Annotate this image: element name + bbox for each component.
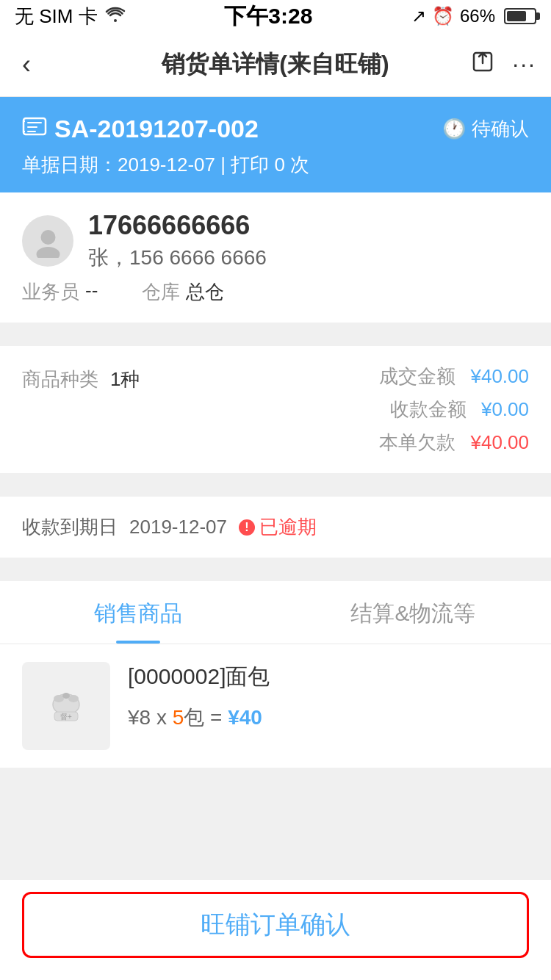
customer-phone: 17666666666 <box>88 210 267 241</box>
avatar <box>22 215 73 267</box>
overdue-badge: ! 已逾期 <box>239 514 317 540</box>
nav-bar: ‹ 销货单详情(来自旺铺) ··· <box>0 32 551 97</box>
customer-section: 17666666666 张，156 6666 6666 业务员 -- 仓库 总仓 <box>0 192 551 323</box>
overdue-text: 已逾期 <box>259 514 317 540</box>
status-text: 待确认 <box>472 116 529 142</box>
due-date: 2019-12-07 <box>129 516 227 538</box>
amount-value-0: ¥40.00 <box>470 365 529 388</box>
svg-point-5 <box>54 695 64 702</box>
status-right: ↗ ⏰ 66% <box>411 6 536 26</box>
sales-item: 业务员 -- <box>22 279 98 305</box>
product-name: [0000002]面包 <box>128 662 529 692</box>
customer-row: 17666666666 张，156 6666 6666 <box>22 210 529 272</box>
product-qty: 5 <box>173 706 184 729</box>
product-type: 商品种类 1种 <box>22 364 140 392</box>
product-unit: 包 <box>184 706 204 729</box>
due-label: 收款到期日 <box>22 514 118 540</box>
order-header: SA-20191207-002 🕐 待确认 单据日期：2019-12-07 | … <box>0 97 551 192</box>
amount-row-1: 收款金额 ¥0.00 <box>390 397 529 422</box>
product-section: 督+ [0000002]面包 ¥8 x 5包 = ¥40 <box>0 644 551 768</box>
amount-value-2: ¥40.00 <box>470 431 529 454</box>
amount-row-2: 本单欠款 ¥40.00 <box>379 430 529 455</box>
svg-point-6 <box>68 695 79 702</box>
svg-point-2 <box>40 230 55 245</box>
amount-value-1: ¥0.00 <box>481 398 529 421</box>
amount-row-0: 成交金额 ¥40.00 <box>379 364 529 389</box>
due-section: 收款到期日 2019-12-07 ! 已逾期 <box>0 497 551 558</box>
product-title: 面包 <box>226 664 270 688</box>
sales-label: 业务员 <box>22 279 79 305</box>
carrier-text: 无 SIM 卡 <box>15 4 98 29</box>
order-id-text: SA-20191207-002 <box>54 115 259 143</box>
alarm-icon: ⏰ <box>432 6 454 26</box>
status-bar: 无 SIM 卡 下午3:28 ↗ ⏰ 66% <box>0 0 551 32</box>
wifi-icon <box>105 5 126 28</box>
confirm-order-button[interactable]: 旺铺订单确认 <box>22 892 529 958</box>
status-time: 下午3:28 <box>224 1 312 32</box>
order-status: 🕐 待确认 <box>442 116 529 142</box>
svg-point-3 <box>36 247 60 258</box>
product-total: ¥40 <box>228 706 262 729</box>
divider-2 <box>0 485 551 497</box>
tab-sales-products[interactable]: 销售商品 <box>0 581 276 644</box>
customer-name: 张，156 6666 6666 <box>88 244 267 272</box>
svg-point-7 <box>62 693 70 699</box>
battery-percent: 66% <box>460 6 495 26</box>
tab-settlement-label: 结算&物流等 <box>350 601 475 625</box>
customer-info: 17666666666 张，156 6666 6666 <box>88 210 267 272</box>
product-price: ¥8 x 5包 = ¥40 <box>128 704 529 732</box>
product-code: [0000002] <box>128 664 226 688</box>
tabs-row: 销售商品 结算&物流等 <box>0 581 551 644</box>
share-button[interactable] <box>471 50 494 79</box>
more-button[interactable]: ··· <box>512 51 536 78</box>
equals-sign: = <box>204 706 228 729</box>
order-date-line: 单据日期：2019-12-07 | 打印 0 次 <box>22 152 529 178</box>
bottom-bar: 旺铺订单确认 <box>0 880 551 980</box>
divider-1 <box>0 334 551 346</box>
tabs-section: 销售商品 结算&物流等 <box>0 581 551 644</box>
nav-actions: ··· <box>471 50 536 79</box>
tab-settlement[interactable]: 结算&物流等 <box>276 581 551 644</box>
type-label: 商品种类 <box>22 367 98 392</box>
tab-sales-label: 销售商品 <box>94 601 182 625</box>
warehouse-label: 仓库 <box>142 279 180 305</box>
amount-label-1: 收款金额 <box>390 397 467 422</box>
order-icon <box>22 115 47 143</box>
warehouse-item: 仓库 总仓 <box>142 279 224 305</box>
amounts: 成交金额 ¥40.00 收款金额 ¥0.00 本单欠款 ¥40.00 <box>379 364 529 455</box>
battery-icon <box>504 8 536 24</box>
order-id: SA-20191207-002 <box>22 115 259 143</box>
order-id-row: SA-20191207-002 🕐 待确认 <box>22 115 529 143</box>
price-text: ¥8 x <box>128 706 173 729</box>
product-info: [0000002]面包 ¥8 x 5包 = ¥40 <box>128 662 529 732</box>
amount-label-2: 本单欠款 <box>379 430 455 455</box>
warehouse-value: 总仓 <box>186 279 224 305</box>
summary-section: 商品种类 1种 成交金额 ¥40.00 收款金额 ¥0.00 本单欠款 ¥40.… <box>0 346 551 473</box>
amount-label-0: 成交金额 <box>379 364 455 389</box>
page-title: 销货单详情(来自旺铺) <box>162 48 389 81</box>
divider-3 <box>0 569 551 581</box>
status-left: 无 SIM 卡 <box>15 4 126 29</box>
customer-meta: 业务员 -- 仓库 总仓 <box>22 279 529 305</box>
back-button[interactable]: ‹ <box>15 42 38 87</box>
location-icon: ↗ <box>411 6 426 26</box>
sales-value: -- <box>85 279 98 305</box>
overdue-icon: ! <box>239 519 255 536</box>
type-value: 1种 <box>110 367 140 392</box>
clock-icon: 🕐 <box>442 118 466 140</box>
confirm-button-label: 旺铺订单确认 <box>201 908 350 942</box>
svg-text:督+: 督+ <box>60 713 72 721</box>
product-image: 督+ <box>22 662 110 750</box>
